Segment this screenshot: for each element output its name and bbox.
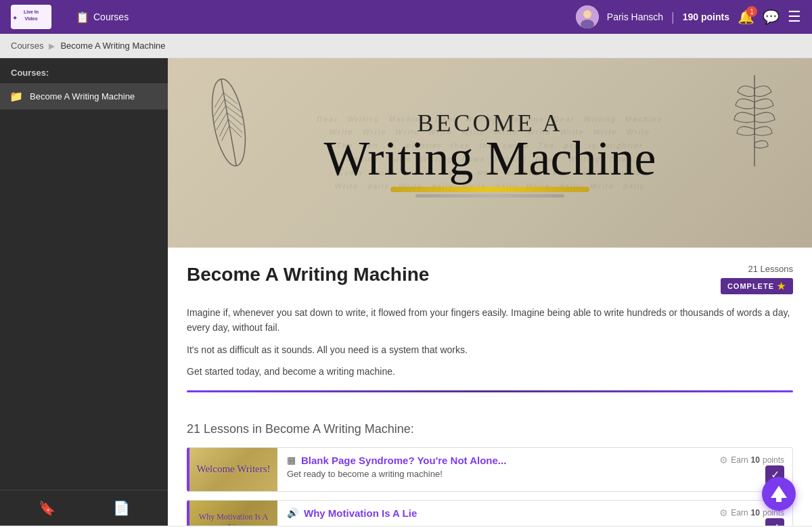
- notification-badge: 1: [746, 6, 757, 17]
- breadcrumb-courses-link[interactable]: Courses: [11, 41, 43, 51]
- banner-underline-gray: [415, 194, 565, 198]
- lesson-thumbnail: Why Motivation Is A Lie: [189, 501, 277, 526]
- courses-icon: 📋: [76, 11, 89, 24]
- lessons-section: 21 Lessons in Become A Writing Machine: …: [168, 417, 812, 526]
- folder-icon: 📁: [9, 90, 23, 103]
- lesson-title-row: 🔊 Why Motivation Is A Lie: [287, 507, 702, 519]
- svg-text:Live In: Live In: [24, 9, 39, 14]
- lesson-thumbnail: Welcome Writers!: [189, 448, 277, 491]
- fab-icon: [769, 484, 788, 503]
- points-gear-icon: ⚙: [719, 507, 728, 518]
- course-description-3: Get started today, and become a writing …: [187, 364, 793, 379]
- sidebar-header: Courses:: [0, 58, 168, 83]
- lesson-title[interactable]: Blank Page Syndrome? You're Not Alone...: [301, 455, 506, 466]
- lessons-section-title: 21 Lessons in Become A Writing Machine:: [187, 422, 793, 436]
- points-gear-icon: ⚙: [719, 455, 728, 465]
- lesson-card[interactable]: Welcome Writers! ▦ Blank Page Syndrome? …: [187, 447, 793, 492]
- points-display: 190 points: [683, 12, 729, 22]
- lesson-thumb-text: Why Motivation Is A Lie: [189, 507, 277, 526]
- sidebar-item-become-writing-machine[interactable]: 📁 Become A Writing Machine: [0, 83, 168, 110]
- nav-courses-label: Courses: [93, 12, 129, 22]
- lesson-content: ▦ Blank Page Syndrome? You're Not Alone.…: [277, 448, 711, 491]
- svg-point-5: [583, 10, 591, 18]
- nav-courses[interactable]: 📋 Courses: [76, 11, 129, 24]
- lesson-thumb-text: Welcome Writers!: [191, 458, 275, 480]
- notification-bell[interactable]: 🔔 1: [738, 9, 754, 25]
- lessons-badge-area: 21 Lessons COMPLETE ★: [721, 264, 793, 294]
- svg-line-8: [221, 79, 237, 166]
- svg-marker-22: [771, 486, 787, 498]
- document-icon[interactable]: 📄: [113, 500, 130, 516]
- complete-badge: COMPLETE ★: [721, 278, 793, 294]
- lesson-title[interactable]: Why Motivation Is A Lie: [304, 507, 417, 519]
- banner-underline-gold: [390, 187, 590, 192]
- points-number: 10: [751, 508, 760, 518]
- hamburger-menu-icon[interactable]: ☰: [788, 8, 801, 26]
- lesson-title-row: ▦ Blank Page Syndrome? You're Not Alone.…: [287, 455, 702, 466]
- lesson-content: 🔊 Why Motivation Is A Lie: [277, 501, 711, 526]
- lesson-description: Get ready to become a writing machine!: [287, 469, 702, 479]
- lessons-count: 21 Lessons: [748, 264, 794, 274]
- main-content: Dear Writing Machine Dear Writing Machin…: [168, 58, 812, 526]
- complete-label: COMPLETE: [727, 282, 774, 290]
- sidebar: Courses: 📁 Become A Writing Machine 🔖 📄: [0, 58, 168, 526]
- username: Paris Hansch: [607, 12, 663, 22]
- course-title: Become A Writing Machine: [187, 264, 429, 285]
- banner-content: BECOME A Writing Machine: [311, 95, 670, 211]
- separator: |: [671, 10, 675, 24]
- points-number: 10: [751, 455, 760, 465]
- header-right: Paris Hansch | 190 points 🔔 1 💬 ☰: [576, 5, 801, 28]
- complete-star-icon: ★: [777, 281, 786, 292]
- banner-line2: Writing Machine: [324, 134, 656, 183]
- avatar[interactable]: [576, 5, 599, 28]
- bookmark-icon[interactable]: 🔖: [39, 500, 55, 516]
- course-divider: [187, 390, 793, 392]
- svg-rect-23: [776, 498, 782, 502]
- course-banner: Dear Writing Machine Dear Writing Machin…: [168, 58, 812, 248]
- sidebar-item-label: Become A Writing Machine: [30, 91, 135, 101]
- earn-points: ⚙ Earn 10 points: [719, 455, 784, 465]
- main-layout: Courses: 📁 Become A Writing Machine 🔖 📄 …: [0, 58, 812, 526]
- fab-button[interactable]: [762, 477, 796, 511]
- sidebar-bottom: 🔖 📄: [0, 490, 168, 526]
- lesson-type-icon: ▦: [287, 455, 296, 465]
- breadcrumb-separator: ▶: [49, 41, 55, 51]
- message-icon[interactable]: 💬: [763, 9, 780, 25]
- course-description-1: Imagine if, whenever you sat down to wri…: [187, 305, 793, 336]
- course-description-2: It's not as difficult as it sounds. All …: [187, 342, 793, 357]
- course-info-section: Become A Writing Machine 21 Lessons COMP…: [168, 248, 812, 417]
- breadcrumb: Courses ▶ Become A Writing Machine: [0, 34, 812, 58]
- svg-text:✦: ✦: [12, 14, 18, 22]
- lesson-card[interactable]: Why Motivation Is A Lie 🔊 Why Motivation…: [187, 500, 793, 526]
- header: Live In Video ✦ 📋 Courses Paris Hansch |…: [0, 0, 812, 34]
- logo-image: Live In Video ✦: [11, 5, 51, 29]
- leaf-decoration-right: [727, 68, 782, 170]
- lesson-type-icon: 🔊: [287, 507, 298, 518]
- svg-text:Video: Video: [25, 16, 38, 21]
- completed-checkbox[interactable]: ✓: [765, 518, 784, 526]
- breadcrumb-current: Become A Writing Machine: [60, 41, 165, 51]
- logo[interactable]: Live In Video ✦: [11, 5, 51, 29]
- course-title-row: Become A Writing Machine 21 Lessons COMP…: [187, 264, 793, 294]
